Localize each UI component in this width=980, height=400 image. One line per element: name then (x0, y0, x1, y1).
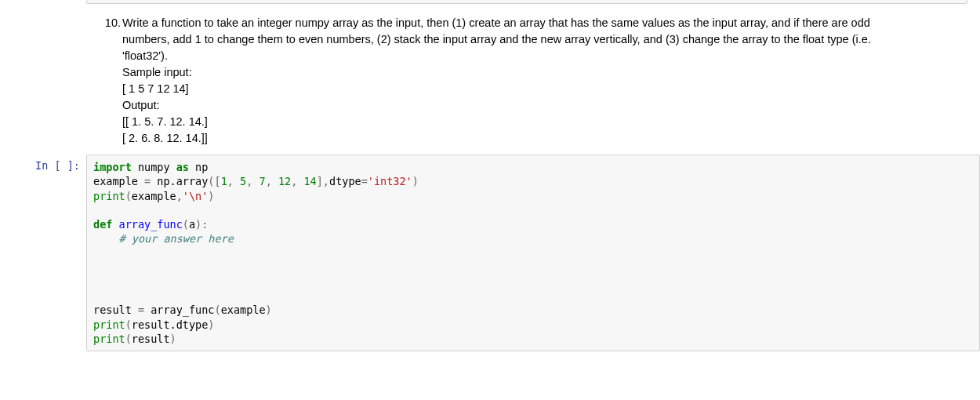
input-prompt: In [ ]: (0, 155, 86, 172)
previous-cell-bottom-edge (86, 0, 967, 4)
code-content[interactable]: import numpy as np example = np.array([1… (93, 160, 973, 346)
sample-input-value: [ 1 5 7 12 14] (122, 82, 189, 95)
sample-input-label: Sample input: (122, 66, 192, 78)
output-line-2: [ 2. 6. 8. 12. 14.]] (122, 132, 208, 144)
code-input-area[interactable]: import numpy as np example = np.array([1… (86, 155, 980, 351)
question-line-2: numbers, add 1 to change them to even nu… (122, 33, 871, 45)
question-number: 10. (102, 15, 122, 31)
question-block: 10.Write a function to take an integer n… (102, 15, 956, 147)
question-line-1: Write a function to take an integer nump… (122, 16, 870, 29)
output-label: Output: (122, 99, 160, 111)
markdown-cell: 10.Write a function to take an integer n… (0, 15, 980, 147)
question-line-3: 'float32'). (122, 49, 168, 62)
code-cell[interactable]: In [ ]: import numpy as np example = np.… (0, 155, 980, 351)
output-line-1: [[ 1. 5. 7. 12. 14.] (122, 115, 208, 128)
